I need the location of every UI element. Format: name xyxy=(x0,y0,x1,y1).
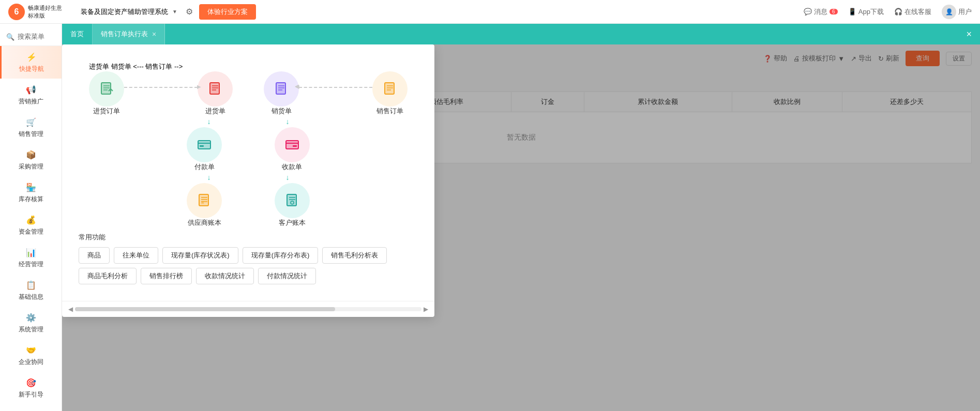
purchase-order-circle[interactable] xyxy=(89,71,124,106)
payment-circle[interactable] xyxy=(187,127,222,162)
sales-order-col: 销售订单 xyxy=(372,71,408,116)
page-content: ❓ 帮助 🖨 按模板打印 ▼ ↗ 导出 ↻ 刷新 查询 设置 xyxy=(62,44,980,411)
trial-button[interactable]: 体验行业方案 xyxy=(199,4,256,20)
newbie-icon: 🎯 xyxy=(25,377,37,388)
user-avatar: 👤 xyxy=(942,5,956,19)
svg-rect-24 xyxy=(286,141,298,149)
online-service-button[interactable]: 🎧 在线客服 xyxy=(894,7,931,17)
search-icon: 🔍 xyxy=(6,33,14,41)
purchase-icon: 📦 xyxy=(25,149,37,160)
receipt-label: 收款单 xyxy=(282,162,302,172)
arrow-po-to-pb xyxy=(124,87,198,88)
sidebar-item-inventory[interactable]: 🏪 库存核算 xyxy=(0,176,62,209)
logo-area: 6 畅康通好生意 标准版 xyxy=(8,4,70,20)
arrow-row-4: ↓ ↓ xyxy=(89,172,408,183)
func-btn-stock-dist[interactable]: 现存量(库存分布表) xyxy=(243,247,319,264)
svg-rect-23 xyxy=(200,145,204,147)
customer-account-col: 客户账本 xyxy=(275,183,310,227)
arrow-sb-down: ↓ xyxy=(270,118,305,125)
flow-middle-row: 付款单 xyxy=(89,127,408,172)
func-btn-receipt-stats[interactable]: 收款情况统计 xyxy=(196,268,254,284)
svg-rect-0 xyxy=(101,83,111,94)
tab-bar: 首页 销售订单执行表 × × xyxy=(62,24,980,44)
sidebar-item-sales[interactable]: 🛒 销售管理 xyxy=(0,111,62,144)
tab-bar-close-button[interactable]: × xyxy=(958,29,980,40)
svg-rect-27 xyxy=(293,145,297,147)
payment-col: 付款单 xyxy=(187,127,222,172)
scroll-left-arrow[interactable]: ◀ xyxy=(68,306,73,313)
tab-home[interactable]: 首页 xyxy=(62,24,93,44)
sidebar-item-purchase[interactable]: 📦 采购管理 xyxy=(0,144,62,176)
sidebar-item-quick-nav[interactable]: ⚡ 快捷导航 xyxy=(0,46,62,79)
gear-icon[interactable]: ⚙ xyxy=(186,7,193,17)
func-btn-sales-profit[interactable]: 销售毛利分析表 xyxy=(322,247,387,264)
scroll-right-arrow[interactable]: ▶ xyxy=(424,306,428,313)
cooperation-icon: 🤝 xyxy=(25,344,37,356)
message-badge: 6 xyxy=(830,9,838,14)
purchase-bill-label: 进货单 xyxy=(205,106,225,116)
svg-text:账: 账 xyxy=(201,201,204,204)
system-title: 装备及固定资产辅助管理系统 ▼ ⚙ xyxy=(81,7,193,17)
sales-bill-circle[interactable] xyxy=(264,71,299,106)
message-button[interactable]: 💬 消息 6 xyxy=(804,7,838,17)
flow-diagram: 进货单 销货单 <--- 销售订单 --> xyxy=(79,57,418,233)
sales-order-label: 销售订单 xyxy=(376,106,403,116)
func-btn-goods-profit[interactable]: 商品毛利分析 xyxy=(79,268,137,284)
tab-close-icon[interactable]: × xyxy=(152,30,156,38)
arrow-pb-down: ↓ xyxy=(191,118,227,125)
arrow-pay-down: ↓ xyxy=(191,174,227,181)
svg-rect-10 xyxy=(276,83,285,94)
receipt-circle[interactable] xyxy=(275,127,310,162)
marketing-icon: 📢 xyxy=(25,84,37,95)
sidebar-item-system[interactable]: ⚙️ 系统管理 xyxy=(0,307,62,339)
purchase-order-col: 进货订单 xyxy=(89,71,124,116)
func-btn-counterpart[interactable]: 往来单位 xyxy=(114,247,158,264)
system-dropdown-icon[interactable]: ▼ xyxy=(172,9,177,14)
arrow-row-2: ↓ ↓ xyxy=(89,116,408,127)
sales-bill-col: 销货单 xyxy=(264,71,299,116)
logo-text: 畅康通好生意 标准版 xyxy=(28,4,62,19)
purchase-order-label: 进货订单 xyxy=(93,106,120,116)
sidebar: 🔍 搜索菜单 ⚡ 快捷导航 📢 营销推广 🛒 销售管理 📦 采购管理 🏪 库存核… xyxy=(0,24,62,411)
function-buttons-grid: 商品 往来单位 现存量(库存状况表) 现存量(库存分布表) 销售毛利分析表 商品… xyxy=(79,247,418,284)
sidebar-item-marketing[interactable]: 📢 营销推广 xyxy=(0,79,62,111)
modal-scrollbar: ◀ ▶ xyxy=(62,301,434,317)
app-download-button[interactable]: 📱 App下载 xyxy=(848,7,884,17)
flow-bottom-row: 账 供应商账本 xyxy=(89,183,408,227)
sidebar-item-finance[interactable]: 💰 资金管理 xyxy=(0,209,62,241)
sidebar-item-cooperation[interactable]: 🤝 企业协同 xyxy=(0,339,62,372)
scrollbar-track[interactable] xyxy=(75,307,421,311)
message-icon: 💬 xyxy=(804,8,812,16)
supplier-account-col: 账 供应商账本 xyxy=(187,183,222,227)
flow-top-row: 进货订单 xyxy=(89,71,408,116)
customer-account-circle[interactable] xyxy=(275,183,310,218)
purchase-bill-circle[interactable] xyxy=(198,71,233,106)
arrow-rec-down: ↓ xyxy=(270,174,305,181)
logo-icon: 6 xyxy=(8,4,25,20)
basic-info-icon: 📋 xyxy=(25,279,37,291)
modal-box: 进货单 销货单 <--- 销售订单 --> xyxy=(62,44,434,317)
system-icon: ⚙️ xyxy=(25,312,37,323)
sidebar-search[interactable]: 🔍 搜索菜单 xyxy=(0,28,62,46)
modal-content: 进货单 销货单 <--- 销售订单 --> xyxy=(62,44,434,301)
supplier-account-circle[interactable]: 账 xyxy=(187,183,222,218)
svg-rect-20 xyxy=(198,141,210,149)
arrow-so-to-sb: ◀ xyxy=(299,87,372,88)
func-btn-goods[interactable]: 商品 xyxy=(79,247,110,264)
sidebar-item-basic-info[interactable]: 📋 基础信息 xyxy=(0,274,62,307)
svg-rect-5 xyxy=(210,83,219,94)
func-btn-payment-stats[interactable]: 付款情况统计 xyxy=(258,268,316,284)
user-menu[interactable]: 👤 用户 xyxy=(942,5,972,19)
purchase-bill-col: 进货单 xyxy=(198,71,233,116)
header-right: 💬 消息 6 📱 App下载 🎧 在线客服 👤 用户 xyxy=(804,5,972,19)
func-btn-sales-rank[interactable]: 销售排行榜 xyxy=(141,268,192,284)
payment-label: 付款单 xyxy=(194,162,215,172)
system-name: 装备及固定资产辅助管理系统 xyxy=(81,7,168,17)
tab-sales-order[interactable]: 销售订单执行表 × xyxy=(93,24,165,44)
func-btn-stock-status[interactable]: 现存量(库存状况表) xyxy=(162,247,238,264)
sidebar-item-newbie[interactable]: 🎯 新手引导 xyxy=(0,372,62,404)
sales-bill-label: 销货单 xyxy=(272,106,292,116)
sidebar-item-operation[interactable]: 📊 经营管理 xyxy=(0,241,62,274)
common-functions: 常用功能 商品 往来单位 现存量(库存状况表) 现存量(库存分布表) 销售毛利分… xyxy=(79,233,418,284)
sales-order-circle[interactable] xyxy=(372,71,408,106)
